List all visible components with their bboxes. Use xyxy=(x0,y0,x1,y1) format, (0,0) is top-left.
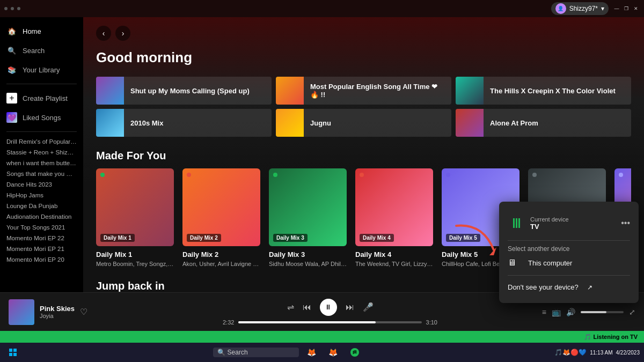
start-button[interactable] xyxy=(4,345,21,360)
sidebar-divider xyxy=(6,84,77,84)
close-button[interactable]: ✕ xyxy=(632,5,640,12)
back-button[interactable]: ‹ xyxy=(96,26,111,41)
playlist-item[interactable]: when i want them butterflies... xyxy=(0,158,83,168)
add-icon: + xyxy=(6,93,17,104)
tv-playing-icon xyxy=(508,215,525,232)
card-title: Daily Mix 2 xyxy=(182,250,260,258)
daily-mix-card-4[interactable]: Daily Mix 4 Daily Mix 4 The Weeknd, TV G… xyxy=(355,168,433,267)
dont-see-label: Don't see your device? xyxy=(508,283,579,291)
next-button[interactable]: ⏭ xyxy=(346,302,354,312)
quick-link-thumb xyxy=(456,77,484,105)
taskbar-spotify-btn[interactable] xyxy=(346,345,363,360)
this-computer-label: This computer xyxy=(528,259,572,267)
quick-link-thumb xyxy=(276,77,304,105)
quick-link-label: Shut up My Moms Calling (Sped up) xyxy=(124,87,256,95)
playlist-item[interactable]: Momento Mori EP 20 xyxy=(0,254,83,265)
progress-bar[interactable] xyxy=(238,321,421,323)
svg-rect-1 xyxy=(13,349,17,352)
quick-link-item[interactable]: Jugnu xyxy=(276,109,451,137)
quick-link-label: Alone At Prom xyxy=(484,119,545,127)
quick-link-item[interactable]: Most Popular English Song All Time ❤ 🔥 !… xyxy=(276,77,451,105)
taskbar: 🔍 Search 🦊 🦊 🎵🦊🔴💙 11:13 AM 4/22/2023 xyxy=(0,343,644,362)
sidebar-item-liked-songs[interactable]: 💜 Liked Songs xyxy=(0,108,83,127)
sidebar-home-label: Home xyxy=(23,27,41,35)
window-controls[interactable]: — ❐ ✕ xyxy=(613,5,640,12)
time-current: 2:32 xyxy=(223,319,234,326)
chevron-down-icon: ▾ xyxy=(601,5,604,12)
sidebar-divider-2 xyxy=(6,131,77,132)
this-computer-item[interactable]: 🖥 This computer xyxy=(508,255,630,271)
playlist-item[interactable]: Drill Remix's of Popular Songs xyxy=(0,136,83,147)
maximize-button[interactable]: ❐ xyxy=(623,5,630,12)
card-dot xyxy=(187,173,191,177)
devices-button[interactable]: 📺 xyxy=(552,308,561,316)
playlist-item[interactable]: Audionation Destination xyxy=(0,211,83,222)
playlist-item[interactable]: Dance Hits 2023 xyxy=(0,179,83,190)
shuffle-button[interactable]: ⇌ xyxy=(287,302,294,312)
sidebar-item-home[interactable]: 🏠 Home xyxy=(0,21,83,41)
playlist-item[interactable]: Songs that make you want t... xyxy=(0,168,83,179)
sidebar-item-library[interactable]: 📚 Your Library xyxy=(0,60,83,79)
made-for-you-title: Made For You xyxy=(96,150,631,162)
pause-button[interactable]: ⏸ xyxy=(320,299,337,316)
device-popup: Current device TV ••• Select another dev… xyxy=(499,202,639,303)
home-icon: 🏠 xyxy=(6,26,17,36)
quick-link-item[interactable]: Alone At Prom xyxy=(456,109,631,137)
volume-button[interactable]: 🔊 xyxy=(566,308,575,316)
taskbar-firefox2-btn[interactable]: 🦊 xyxy=(325,345,342,360)
liked-songs-label: Liked Songs xyxy=(23,114,61,122)
queue-button[interactable]: ≡ xyxy=(542,308,546,316)
playlist-item[interactable]: Stassie + Reon + Shizzy97* xyxy=(0,147,83,158)
quick-link-item[interactable]: Shut up My Moms Calling (Sped up) xyxy=(96,77,272,105)
playlist-item[interactable]: Momento Mori EP 22 xyxy=(0,233,83,243)
sidebar-item-search[interactable]: 🔍 Search xyxy=(0,41,83,60)
player-artist: Joyia xyxy=(40,313,75,319)
fullscreen-button[interactable]: ⤢ xyxy=(629,308,635,316)
nav-buttons: ‹ › xyxy=(96,26,631,41)
player-right: ≡ 📺 🔊 ⤢ xyxy=(501,308,635,316)
taskbar-left xyxy=(4,345,21,360)
card-subtitle: Akon, Usher, Avril Lavigne and more xyxy=(182,261,260,267)
sidebar-library-label: Your Library xyxy=(23,66,60,74)
minimize-button[interactable]: — xyxy=(613,5,620,12)
quick-links-grid: Shut up My Moms Calling (Sped up) Most P… xyxy=(96,77,631,137)
repeat-button[interactable]: 🎤 xyxy=(363,302,374,312)
daily-mix-card-1[interactable]: Daily Mix 1 Daily Mix 1 Metro Boomin, Tr… xyxy=(96,168,174,267)
card-title: Daily Mix 4 xyxy=(355,250,433,258)
svg-rect-0 xyxy=(9,349,12,352)
previous-button[interactable]: ⏮ xyxy=(303,302,311,312)
volume-slider[interactable] xyxy=(581,311,624,313)
taskbar-search[interactable]: 🔍 Search xyxy=(213,348,299,357)
taskbar-firefox-btn[interactable]: 🦊 xyxy=(303,345,320,360)
card-badge: Daily Mix 4 xyxy=(360,234,394,242)
daily-mix-card-3[interactable]: Daily Mix 3 Daily Mix 3 Sidhu Moose Wala… xyxy=(269,168,347,267)
user-account-button[interactable]: 👤 Shizzy97* ▾ xyxy=(551,2,609,15)
quick-link-label: Jugnu xyxy=(304,119,338,127)
forward-button[interactable]: › xyxy=(115,26,130,41)
create-playlist-label: Create Playlist xyxy=(23,94,68,102)
sidebar-item-create-playlist[interactable]: + Create Playlist xyxy=(0,88,83,108)
sidebar: 🏠 Home 🔍 Search 📚 Your Library + Create … xyxy=(0,17,83,292)
svg-rect-2 xyxy=(9,353,12,356)
current-device-item: Current device TV ••• xyxy=(508,210,630,236)
dont-see-device-item[interactable]: Don't see your device? ↗ xyxy=(508,280,630,294)
taskbar-center: 🔍 Search 🦊 🦊 xyxy=(213,345,363,360)
titlebar-dots xyxy=(4,7,20,10)
current-device-label: Current device xyxy=(530,216,569,223)
like-button[interactable]: ♡ xyxy=(80,307,87,317)
heart-icon: 💜 xyxy=(6,112,17,123)
select-device-label: Select another device xyxy=(508,245,630,253)
device-more-button[interactable]: ••• xyxy=(621,218,630,228)
playlist-item[interactable]: Your Top Songs 2021 xyxy=(0,222,83,233)
library-icon: 📚 xyxy=(6,64,17,75)
quick-link-item[interactable]: 2010s Mix xyxy=(96,109,272,137)
playlist-item[interactable]: Momento Mori EP 21 xyxy=(0,243,83,254)
quick-link-thumb xyxy=(96,109,124,137)
quick-link-item[interactable]: The Hills X Creepin X The Color Violet xyxy=(456,77,631,105)
current-device-info: Current device TV xyxy=(530,216,569,231)
daily-mix-card-2[interactable]: Daily Mix 2 Daily Mix 2 Akon, Usher, Avr… xyxy=(182,168,260,267)
playlist-item[interactable]: Lounge Da Punjab xyxy=(0,201,83,211)
card-dot xyxy=(273,173,277,177)
playlist-item[interactable]: HipHop Jams xyxy=(0,190,83,201)
card-dot xyxy=(100,173,105,177)
